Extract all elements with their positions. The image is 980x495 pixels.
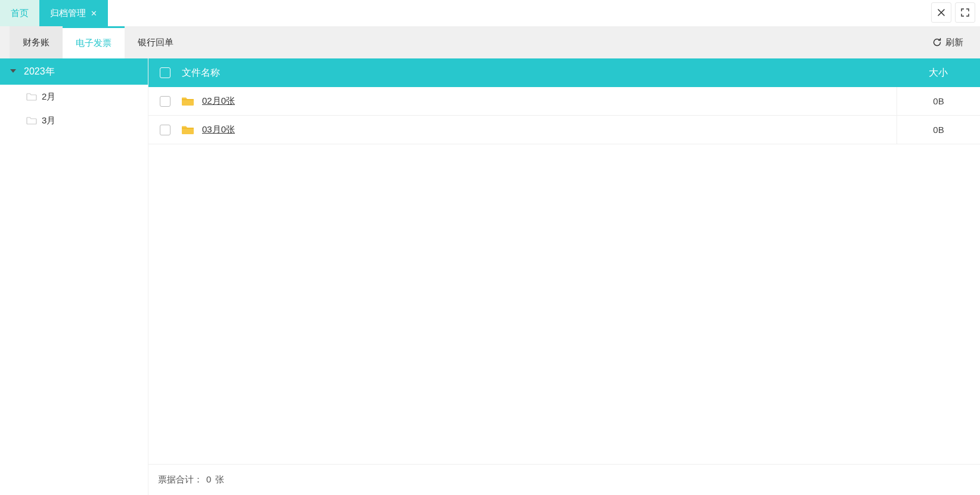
fullscreen-icon — [961, 8, 969, 17]
table-header: 文件名称 大小 — [148, 58, 980, 87]
file-panel: 文件名称 大小 02月0张 0B — [148, 58, 980, 495]
refresh-label: 刷新 — [945, 37, 963, 48]
refresh-button[interactable]: 刷新 — [932, 37, 970, 48]
sub-tab-bank-label: 银行回单 — [138, 37, 173, 48]
tree-item-month-3[interactable]: 3月 — [0, 109, 148, 132]
tree-item-label: 3月 — [42, 115, 55, 126]
select-all-checkbox[interactable] — [160, 67, 170, 78]
tree-item-label: 2月 — [42, 91, 55, 103]
tree-item-month-2[interactable]: 2月 — [0, 85, 148, 109]
row-checkbox[interactable] — [160, 125, 170, 135]
x-icon — [937, 8, 945, 17]
refresh-icon — [932, 38, 942, 47]
sub-tab-einvoice[interactable]: 电子发票 — [63, 26, 125, 58]
main-split: 2023年 2月 3月 文件名称 大小 — [0, 58, 980, 495]
close-icon[interactable]: ✕ — [91, 9, 97, 18]
footer-label: 票据合计： — [158, 474, 203, 485]
header-name: 文件名称 — [182, 67, 897, 79]
table-body: 02月0张 0B 03月0张 0B — [148, 87, 980, 464]
file-name-link[interactable]: 02月0张 — [202, 95, 235, 107]
row-size: 0B — [897, 87, 980, 115]
folder-icon — [182, 125, 194, 135]
header-checkbox-cell — [148, 67, 182, 78]
file-name-link[interactable]: 03月0张 — [202, 124, 235, 135]
tab-home-label: 首页 — [11, 8, 29, 19]
row-checkbox-cell — [148, 125, 182, 135]
sub-tab-bar: 财务账 电子发票 银行回单 刷新 — [0, 26, 980, 58]
sub-tab-finance[interactable]: 财务账 — [10, 26, 63, 58]
table-row: 02月0张 0B — [148, 87, 980, 116]
sub-tab-bank[interactable]: 银行回单 — [125, 26, 187, 58]
sub-tab-finance-label: 财务账 — [23, 37, 49, 48]
top-tab-bar: 首页 归档管理 ✕ — [0, 0, 980, 26]
folder-icon — [182, 97, 194, 106]
fullscreen-button[interactable] — [955, 2, 975, 23]
row-name-cell: 02月0张 — [182, 95, 897, 107]
sidebar-tree: 2023年 2月 3月 — [0, 58, 148, 495]
folder-outline-icon — [26, 92, 37, 101]
close-panel-button[interactable] — [931, 2, 951, 23]
tab-home[interactable]: 首页 — [0, 0, 39, 26]
chevron-down-icon — [10, 66, 17, 77]
window-controls — [931, 2, 975, 23]
row-checkbox-cell — [148, 96, 182, 107]
sub-tab-einvoice-label: 电子发票 — [76, 38, 111, 49]
footer-count: 0 张 — [206, 474, 225, 485]
content-area: 财务账 电子发票 银行回单 刷新 2023年 — [0, 26, 980, 495]
table-row: 03月0张 0B — [148, 116, 980, 144]
folder-outline-icon — [26, 116, 37, 125]
tab-archive-label: 归档管理 — [50, 8, 86, 19]
row-checkbox[interactable] — [160, 96, 170, 107]
tree-root-year[interactable]: 2023年 — [0, 58, 148, 85]
row-size: 0B — [897, 116, 980, 144]
tab-archive-management[interactable]: 归档管理 ✕ — [39, 0, 108, 26]
row-name-cell: 03月0张 — [182, 124, 897, 135]
header-size: 大小 — [897, 67, 980, 79]
footer-summary: 票据合计： 0 张 — [148, 464, 980, 495]
tree-root-label: 2023年 — [24, 66, 55, 78]
